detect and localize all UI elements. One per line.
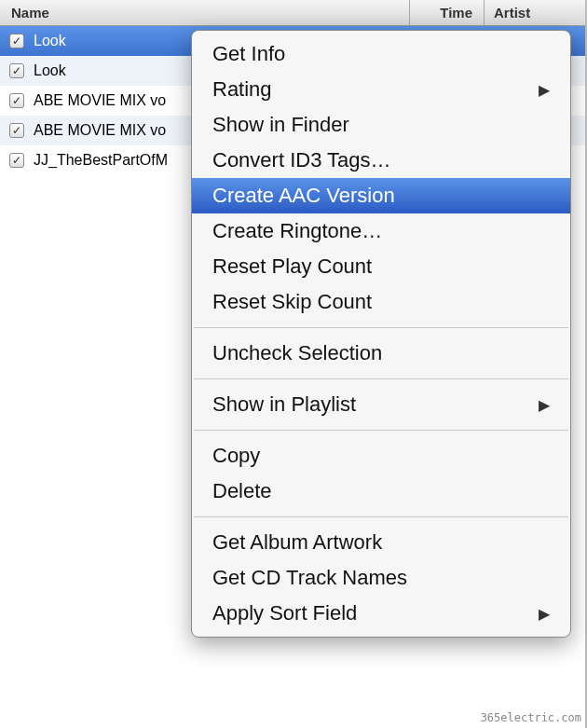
track-name: Look — [34, 33, 66, 49]
checkbox-icon[interactable]: ✓ — [9, 93, 24, 108]
menu-label: Create Ringtone… — [212, 219, 382, 243]
checkbox-icon[interactable]: ✓ — [9, 63, 24, 78]
menu-uncheck-selection[interactable]: Uncheck Selection — [192, 336, 570, 371]
track-name: ABE MOVIE MIX vo — [34, 92, 166, 109]
menu-create-ringtone[interactable]: Create Ringtone… — [192, 213, 570, 249]
menu-reset-play-count[interactable]: Reset Play Count — [192, 249, 570, 284]
chevron-right-icon: ▶ — [539, 396, 550, 414]
menu-label: Get Info — [212, 42, 285, 66]
menu-label: Uncheck Selection — [212, 341, 382, 365]
checkbox-icon[interactable]: ✓ — [9, 153, 24, 168]
menu-label: Convert ID3 Tags… — [212, 148, 391, 172]
menu-separator — [194, 516, 568, 517]
track-name: JJ_TheBestPartOfM — [34, 152, 168, 169]
menu-rating[interactable]: Rating ▶ — [192, 72, 570, 107]
menu-show-in-playlist[interactable]: Show in Playlist ▶ — [192, 387, 570, 422]
menu-label: Reset Skip Count — [212, 290, 372, 314]
menu-separator — [194, 327, 568, 328]
menu-label: Reset Play Count — [212, 254, 372, 279]
menu-copy[interactable]: Copy — [192, 438, 570, 474]
menu-get-info[interactable]: Get Info — [192, 36, 570, 72]
menu-delete[interactable]: Delete — [192, 474, 570, 509]
menu-label: Rating — [212, 77, 272, 102]
table-header: Name Time Artist — [0, 0, 587, 26]
menu-separator — [194, 378, 568, 379]
column-header-artist[interactable]: Artist — [485, 0, 587, 25]
column-header-name[interactable]: Name — [0, 0, 410, 25]
menu-convert-id3[interactable]: Convert ID3 Tags… — [192, 143, 570, 178]
menu-apply-sort-field[interactable]: Apply Sort Field ▶ — [192, 596, 570, 631]
checkbox-icon[interactable]: ✓ — [9, 34, 24, 48]
menu-label: Get Album Artwork — [212, 530, 382, 555]
chevron-right-icon: ▶ — [539, 81, 550, 99]
menu-separator — [194, 430, 568, 431]
menu-show-in-finder[interactable]: Show in Finder — [192, 107, 570, 143]
track-name: ABE MOVIE MIX vo — [34, 122, 166, 139]
menu-label: Show in Playlist — [212, 392, 356, 417]
context-menu: Get Info Rating ▶ Show in Finder Convert… — [191, 30, 571, 638]
menu-label: Delete — [212, 479, 272, 503]
menu-create-aac[interactable]: Create AAC Version — [192, 178, 570, 213]
track-name: Look — [34, 62, 66, 79]
menu-label: Apply Sort Field — [212, 601, 357, 625]
menu-get-album-artwork[interactable]: Get Album Artwork — [192, 525, 570, 560]
menu-get-cd-track-names[interactable]: Get CD Track Names — [192, 560, 570, 596]
chevron-right-icon: ▶ — [539, 605, 550, 623]
checkbox-icon[interactable]: ✓ — [9, 123, 24, 138]
menu-reset-skip-count[interactable]: Reset Skip Count — [192, 284, 570, 320]
watermark: 365electric.com — [481, 711, 581, 724]
menu-label: Get CD Track Names — [212, 566, 407, 590]
menu-label: Show in Finder — [212, 113, 349, 137]
column-header-time[interactable]: Time — [410, 0, 485, 25]
menu-label: Create AAC Version — [212, 184, 395, 208]
menu-label: Copy — [212, 444, 260, 468]
